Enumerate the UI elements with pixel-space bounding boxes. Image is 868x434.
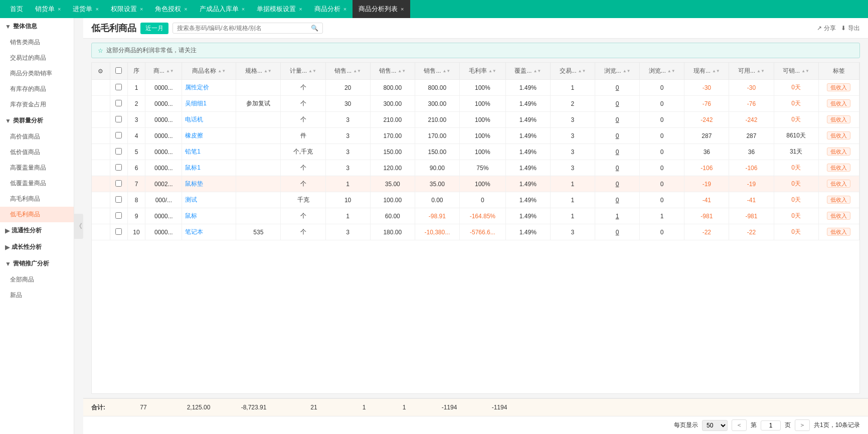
sidebar-item-sales-goods[interactable]: 销售类商品	[0, 35, 74, 50]
row-checkbox[interactable]	[115, 196, 122, 203]
sidebar-item-high-margin[interactable]: 高毛利商品	[0, 191, 74, 207]
search-input[interactable]	[177, 25, 311, 32]
sort-icon[interactable]: ▲▼	[801, 69, 809, 73]
sidebar-item-low-value[interactable]: 低价值商品	[0, 144, 74, 160]
sort-icon[interactable]: ▲▼	[757, 69, 765, 73]
row-browse1[interactable]: 0	[595, 160, 640, 176]
row-browse1[interactable]: 0	[595, 176, 640, 192]
th-available[interactable]: 可用...▲▼	[729, 63, 774, 80]
row-browse1[interactable]: 0	[595, 224, 640, 240]
sort-icon[interactable]: ▲▼	[166, 69, 174, 73]
sort-icon[interactable]: ▲▼	[533, 69, 541, 73]
sort-icon[interactable]: ▲▼	[398, 69, 406, 73]
row-name[interactable]: 鼠标垫	[182, 176, 236, 192]
row-browse1[interactable]: 0	[595, 144, 640, 160]
row-checkbox[interactable]	[115, 148, 122, 155]
search-icon[interactable]: 🔍	[311, 25, 318, 32]
th-unit[interactable]: 计量...▲▼	[281, 63, 325, 80]
th-browse1[interactable]: 浏览...▲▼	[595, 63, 640, 80]
th-code[interactable]: 商...▲▼	[145, 63, 182, 80]
row-checkbox[interactable]	[115, 164, 122, 171]
export-button[interactable]: ⬇ 导出	[841, 24, 860, 33]
nav-item-template[interactable]: 单据模板设置 ×	[251, 0, 308, 18]
th-coverage[interactable]: 覆盖...▲▼	[505, 63, 550, 80]
nav-item-purchase[interactable]: 进货单 ×	[67, 0, 104, 18]
nav-item-permissions[interactable]: 权限设置 ×	[105, 0, 149, 18]
th-current-stock[interactable]: 现有...▲▼	[684, 63, 729, 80]
sidebar-item-new-goods[interactable]: 新品	[0, 287, 74, 303]
filter-button[interactable]: 近一月	[140, 23, 168, 34]
settings-column-header[interactable]: ⚙	[92, 63, 110, 80]
sort-icon[interactable]: ▲▼	[712, 69, 720, 73]
share-button[interactable]: ↗ 分享	[817, 24, 836, 33]
nav-item-sales[interactable]: 销货单 ×	[29, 0, 67, 18]
sidebar-item-low-coverage[interactable]: 低覆盖量商品	[0, 176, 74, 191]
prev-page-button[interactable]: ＜	[732, 419, 747, 431]
sort-icon[interactable]: ▲▼	[442, 69, 450, 73]
nav-item-home[interactable]: 首页	[4, 0, 29, 18]
th-name[interactable]: 商品名称▲▼	[182, 63, 236, 80]
nav-item-goods-analysis-list[interactable]: 商品分析列表 ×	[353, 0, 410, 18]
select-all-checkbox[interactable]	[115, 67, 122, 74]
sidebar-item-high-coverage[interactable]: 高覆盖量商品	[0, 160, 74, 176]
sidebar-group-growth[interactable]: ▶ 成长性分析	[0, 239, 74, 255]
th-gross-rate[interactable]: 毛利率▲▼	[459, 63, 505, 80]
row-name[interactable]: 吴细细1	[182, 96, 236, 112]
sidebar-item-low-margin[interactable]: 低毛利商品	[0, 207, 74, 222]
nav-item-goods-analysis[interactable]: 商品分析 ×	[308, 0, 353, 18]
sidebar-group-overall[interactable]: ▼ 整体信息	[0, 18, 74, 35]
sidebar-collapse-button[interactable]: 《	[74, 214, 83, 239]
th-sales-amount[interactable]: 销售...▲▼	[415, 63, 459, 80]
row-checkbox[interactable]	[115, 116, 122, 122]
sort-icon[interactable]: ▲▼	[667, 69, 675, 73]
sidebar-group-circulation[interactable]: ▶ 流通性分析	[0, 222, 74, 239]
sidebar-item-stocked-goods[interactable]: 有库存的商品	[0, 81, 74, 97]
settings-icon[interactable]: ⚙	[98, 68, 103, 75]
row-checkbox[interactable]	[115, 212, 122, 219]
close-icon[interactable]: ×	[95, 6, 98, 12]
sidebar-item-category-rate[interactable]: 商品分类助销率	[0, 66, 74, 81]
sidebar-group-cluster[interactable]: ▼ 类群量分析	[0, 112, 74, 129]
row-name[interactable]: 属性定价	[182, 80, 236, 96]
row-name[interactable]: 铅笔1	[182, 144, 236, 160]
sort-icon[interactable]: ▲▼	[218, 69, 226, 73]
row-browse1[interactable]: 0	[595, 112, 640, 128]
row-checkbox[interactable]	[115, 84, 122, 90]
per-page-select[interactable]: 50 20 100	[702, 420, 728, 431]
th-sales-price[interactable]: 销售...▲▼	[370, 63, 415, 80]
row-name[interactable]: 鼠标1	[182, 160, 236, 176]
sidebar-item-high-value[interactable]: 高价值商品	[0, 129, 74, 144]
row-browse1[interactable]: 0	[595, 128, 640, 144]
row-checkbox[interactable]	[115, 180, 122, 187]
sort-icon[interactable]: ▲▼	[264, 69, 272, 73]
row-browse1[interactable]: 1	[595, 208, 640, 224]
th-browse2[interactable]: 浏览...▲▼	[640, 63, 684, 80]
nav-item-product-entry[interactable]: 产成品入库单 ×	[194, 0, 251, 18]
sort-icon[interactable]: ▲▼	[308, 69, 316, 73]
row-name[interactable]: 电话机	[182, 112, 236, 128]
th-spec[interactable]: 规格...▲▼	[236, 63, 281, 80]
next-page-button[interactable]: ＞	[795, 419, 810, 431]
sort-icon[interactable]: ▲▼	[578, 69, 586, 73]
row-checkbox[interactable]	[115, 132, 122, 138]
close-icon[interactable]: ×	[242, 6, 245, 12]
close-icon[interactable]: ×	[401, 6, 404, 12]
row-name[interactable]: 测试	[182, 192, 236, 208]
row-checkbox[interactable]	[115, 228, 122, 235]
page-number-input[interactable]	[761, 420, 781, 430]
sort-icon[interactable]: ▲▼	[623, 69, 631, 73]
close-icon[interactable]: ×	[58, 6, 61, 12]
close-icon[interactable]: ×	[140, 6, 143, 12]
close-icon[interactable]: ×	[299, 6, 302, 12]
row-browse1[interactable]: 0	[595, 96, 640, 112]
sidebar-item-traded-goods[interactable]: 交易过的商品	[0, 50, 74, 66]
nav-item-roles[interactable]: 角色授权 ×	[149, 0, 193, 18]
sort-icon[interactable]: ▲▼	[353, 69, 361, 73]
sidebar-item-all-goods[interactable]: 全部商品	[0, 272, 74, 287]
row-name[interactable]: 笔记本	[182, 224, 236, 240]
row-browse1[interactable]: 0	[595, 80, 640, 96]
row-browse1[interactable]: 0	[595, 192, 640, 208]
close-icon[interactable]: ×	[184, 6, 187, 12]
row-name[interactable]: 橡皮擦	[182, 128, 236, 144]
th-sales-qty[interactable]: 销售...▲▼	[325, 63, 370, 80]
